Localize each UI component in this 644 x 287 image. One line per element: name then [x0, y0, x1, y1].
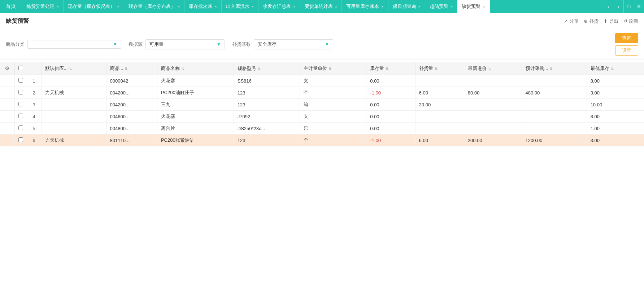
nav-scroll-controls: ‹ › □ ✕ [603, 0, 644, 13]
sort-latest-price-icon[interactable]: ⇅ [488, 67, 491, 71]
nav-restore[interactable]: □ [624, 0, 634, 13]
tab-close-icon-6[interactable]: × [335, 4, 337, 9]
row-gear-cell [0, 123, 14, 134]
tab-close-icon-1[interactable]: × [117, 4, 119, 9]
replenish-basis-select[interactable]: 安全库存 ▼ [254, 39, 333, 49]
tab-close-icon-9[interactable]: × [451, 4, 453, 9]
th-supplier[interactable]: 默认供应... ⇅ [41, 62, 106, 75]
table-cell: 火花塞 [157, 111, 234, 123]
nav-tab-5[interactable]: 收发存汇总表× [258, 0, 300, 13]
table-cell: 箱 [300, 99, 366, 111]
export-button[interactable]: ⬆ 导出 [604, 18, 618, 25]
tab-close-icon-5[interactable]: × [293, 4, 295, 9]
filter-area: 商品分类 ▼ 数据源 可用量 ▼ 补货基数 安全库存 ▼ 查询 设置 [0, 28, 644, 59]
th-latest-price[interactable]: 最新进价 ⇅ [464, 62, 522, 75]
th-gear[interactable]: ⚙ [0, 62, 14, 75]
sort-product-code-icon[interactable]: ⇅ [125, 67, 127, 71]
table-cell: 80.00 [464, 87, 522, 99]
settings-button[interactable]: 设置 [615, 45, 638, 56]
tab-close-icon-7[interactable]: × [381, 4, 383, 9]
datasource-value: 可用量 [149, 41, 214, 48]
category-filter-group: 商品分类 ▼ [6, 40, 121, 49]
table-header-row: ⚙ 默认供应... ⇅ 商品... [0, 62, 644, 75]
nav-scroll-left[interactable]: ‹ [603, 0, 613, 13]
th-replenish[interactable]: 补货量 ⇅ [415, 62, 464, 75]
table-cell [415, 111, 464, 123]
refresh-button[interactable]: ↺ 刷新 [623, 18, 638, 25]
th-estimated-purchase[interactable]: 预计采购... ⇅ [522, 62, 587, 75]
table-cell: 1 [27, 75, 41, 87]
nav-tab-6[interactable]: 要货单统计表× [300, 0, 342, 13]
table-cell: 123 [234, 99, 300, 111]
th-row-num [27, 62, 41, 75]
th-unit[interactable]: 主计量单位 ⇅ [300, 62, 366, 75]
sort-supplier-icon[interactable]: ⇅ [69, 67, 72, 71]
th-min-stock[interactable]: 最低库存 ⇅ [587, 62, 644, 75]
row-gear-cell [0, 111, 14, 123]
table-cell: 支 [300, 75, 366, 87]
column-settings-icon[interactable]: ⚙ [5, 65, 9, 71]
replenish-button[interactable]: ⊕ 补货 [584, 18, 599, 25]
nav-tab-4[interactable]: 出入库流水× [222, 0, 258, 13]
table-row: 10000042火花塞SS816支0.008.00 [0, 75, 644, 87]
table-cell: 力天机械 [41, 87, 106, 99]
datasource-label: 数据源 [129, 41, 143, 48]
datasource-select[interactable]: 可用量 ▼ [145, 39, 225, 49]
nav-tab-10[interactable]: 缺货预警× [457, 0, 489, 13]
th-spec[interactable]: 规格型号 ⇅ [234, 62, 300, 75]
tab-close-icon-2[interactable]: × [178, 4, 180, 9]
nav-close-all[interactable]: ✕ [634, 0, 644, 13]
table-cell: 123 [234, 87, 300, 99]
table-cell: SS816 [234, 75, 300, 87]
share-button[interactable]: ↗ 分享 [564, 18, 579, 25]
row-checkbox-5[interactable] [18, 137, 23, 142]
sort-min-stock-icon[interactable]: ⇅ [611, 67, 614, 71]
sort-spec-icon[interactable]: ⇅ [258, 67, 261, 71]
sort-replenish-icon[interactable]: ⇅ [435, 67, 438, 71]
table-cell [464, 75, 522, 87]
tab-close-icon-0[interactable]: × [57, 4, 59, 9]
nav-tab-2[interactable]: 现存量（库存分布表）× [124, 0, 184, 13]
th-product-name[interactable]: 商品名称 ⇅ [157, 62, 234, 75]
row-checkbox-4[interactable] [18, 125, 23, 130]
tab-close-icon-8[interactable]: × [418, 4, 421, 9]
table-cell: 2 [27, 87, 41, 99]
nav-tab-3[interactable]: 库存批次账× [184, 0, 221, 13]
query-button[interactable]: 查询 [615, 33, 638, 43]
th-stock[interactable]: 库存量 ⇅ [366, 62, 415, 75]
th-product-code[interactable]: 商品... ⇅ [106, 62, 157, 75]
table-cell: 5 [27, 123, 41, 134]
tab-close-icon-10[interactable]: × [483, 4, 485, 9]
table-cell: 8.00 [587, 75, 644, 87]
sort-stock-icon[interactable]: ⇅ [386, 67, 388, 71]
nav-tab-9[interactable]: 超储预警× [425, 0, 457, 13]
row-checkbox-3[interactable] [18, 114, 23, 118]
table-cell: 3 [27, 99, 41, 111]
nav-tab-8[interactable]: 保质期查询× [388, 0, 425, 13]
row-gear-cell [0, 99, 14, 111]
row-checkbox-0[interactable] [18, 78, 23, 83]
table-cell: J7092 [234, 111, 300, 123]
nav-home[interactable]: 首页 [0, 0, 22, 13]
table-cell [464, 111, 522, 123]
nav-tab-1[interactable]: 现存量（库存状况表）× [64, 0, 124, 13]
replenish-basis-filter-group: 补货基数 安全库存 ▼ [232, 39, 333, 49]
nav-tab-7[interactable]: 可用量库存账本× [342, 0, 388, 13]
category-select[interactable]: ▼ [27, 40, 121, 49]
select-all-checkbox[interactable] [18, 66, 23, 70]
table-cell: 三九 [157, 99, 234, 111]
table-row: 4004600...火花塞J7092支0.008.00 [0, 111, 644, 123]
tab-close-icon-4[interactable]: × [252, 4, 254, 9]
row-checkbox-1[interactable] [18, 90, 23, 94]
page-title: 缺货预警 [6, 17, 29, 25]
row-checkbox-2[interactable] [18, 102, 23, 106]
sort-product-name-icon[interactable]: ⇅ [181, 67, 184, 71]
nav-tab-0[interactable]: 炼货异常处理× [22, 0, 64, 13]
export-icon: ⬆ [604, 18, 608, 24]
sort-unit-icon[interactable]: ⇅ [328, 67, 331, 71]
tab-close-icon-3[interactable]: × [214, 4, 217, 9]
replenish-basis-arrow: ▼ [325, 42, 329, 47]
nav-scroll-right[interactable]: › [613, 0, 623, 13]
table-cell: 火花塞 [157, 75, 234, 87]
sort-estimated-purchase-icon[interactable]: ⇅ [549, 67, 552, 71]
